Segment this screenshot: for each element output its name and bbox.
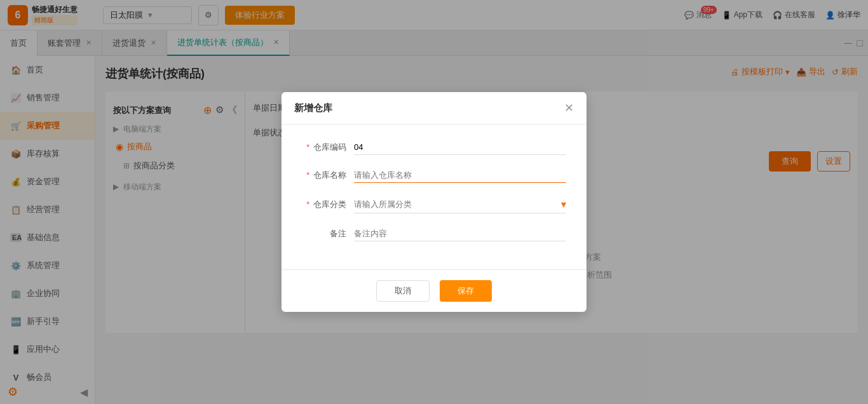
- save-button[interactable]: 保存: [440, 280, 492, 302]
- category-label: * 仓库分类: [302, 199, 346, 210]
- name-required-star: *: [306, 170, 309, 180]
- code-required-star: *: [306, 142, 309, 152]
- name-label: * 仓库名称: [302, 170, 346, 181]
- note-label: 备注: [302, 228, 346, 239]
- note-input[interactable]: [354, 226, 566, 241]
- form-row-note: 备注: [302, 226, 566, 241]
- category-select-wrapper: ▾: [354, 196, 566, 213]
- form-row-name: * 仓库名称: [302, 168, 566, 183]
- code-label: * 仓库编码: [302, 142, 346, 153]
- category-dropdown-arrow[interactable]: ▾: [561, 198, 566, 210]
- category-input[interactable]: [354, 199, 561, 209]
- modal-close-button[interactable]: ✕: [564, 101, 574, 115]
- modal-dialog: 新增仓库 ✕ * 仓库编码 * 仓库名称: [281, 92, 587, 312]
- modal-footer: 取消 保存: [281, 269, 587, 312]
- warehouse-name-input[interactable]: [354, 168, 566, 183]
- modal-overlay: 新增仓库 ✕ * 仓库编码 * 仓库名称: [0, 0, 868, 404]
- form-row-code: * 仓库编码: [302, 140, 566, 155]
- warehouse-code-input[interactable]: [354, 140, 566, 155]
- form-row-category: * 仓库分类 ▾: [302, 196, 566, 213]
- cancel-button[interactable]: 取消: [376, 280, 430, 302]
- modal-header: 新增仓库 ✕: [281, 92, 587, 125]
- category-required-star: *: [306, 199, 309, 209]
- modal-body: * 仓库编码 * 仓库名称 * 仓库分类: [281, 125, 587, 269]
- modal-title: 新增仓库: [294, 102, 332, 114]
